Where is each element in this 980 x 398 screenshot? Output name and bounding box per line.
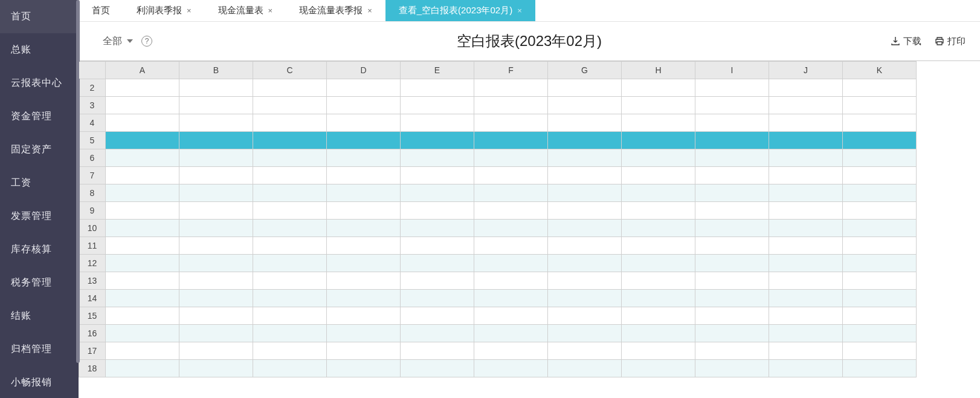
cell-A14[interactable] xyxy=(106,290,179,307)
cell-K11[interactable] xyxy=(843,237,917,255)
cell-K12[interactable] xyxy=(843,255,917,272)
cell-I4[interactable] xyxy=(695,114,769,132)
cell-I2[interactable] xyxy=(695,79,769,97)
cell-E10[interactable] xyxy=(401,220,474,237)
cell-K17[interactable] xyxy=(843,342,917,360)
cell-J11[interactable] xyxy=(769,237,843,255)
cell-C8[interactable] xyxy=(253,184,327,202)
cell-K15[interactable] xyxy=(843,307,917,325)
cell-B14[interactable] xyxy=(179,290,253,307)
tab-4[interactable]: 查看_空白报表(2023年02月)× xyxy=(385,0,535,21)
cell-K14[interactable] xyxy=(843,290,917,307)
cell-G13[interactable] xyxy=(548,272,622,290)
help-icon[interactable]: ? xyxy=(141,36,152,47)
cell-K5[interactable] xyxy=(843,132,917,149)
cell-H18[interactable] xyxy=(622,360,695,377)
cell-E7[interactable] xyxy=(401,167,474,184)
sidebar-item-4[interactable]: 固定资产 xyxy=(0,133,79,166)
column-header-K[interactable]: K xyxy=(843,62,917,79)
cell-K13[interactable] xyxy=(843,272,917,290)
cell-I16[interactable] xyxy=(695,325,769,342)
cell-J5[interactable] xyxy=(769,132,843,149)
cell-E8[interactable] xyxy=(401,184,474,202)
cell-D12[interactable] xyxy=(327,255,401,272)
cell-C10[interactable] xyxy=(253,220,327,237)
cell-E12[interactable] xyxy=(401,255,474,272)
cell-B2[interactable] xyxy=(179,79,253,97)
cell-G4[interactable] xyxy=(548,114,622,132)
cell-H2[interactable] xyxy=(622,79,695,97)
cell-I5[interactable] xyxy=(695,132,769,149)
cell-E11[interactable] xyxy=(401,237,474,255)
cell-D14[interactable] xyxy=(327,290,401,307)
cell-K8[interactable] xyxy=(843,184,917,202)
cell-I8[interactable] xyxy=(695,184,769,202)
cell-H17[interactable] xyxy=(622,342,695,360)
cell-H14[interactable] xyxy=(622,290,695,307)
cell-D9[interactable] xyxy=(327,202,401,220)
row-header-17[interactable]: 17 xyxy=(79,342,106,360)
cell-D5[interactable] xyxy=(327,132,401,149)
row-header-13[interactable]: 13 xyxy=(79,272,106,290)
cell-A15[interactable] xyxy=(106,307,179,325)
cell-H13[interactable] xyxy=(622,272,695,290)
cell-I11[interactable] xyxy=(695,237,769,255)
cell-G17[interactable] xyxy=(548,342,622,360)
close-icon[interactable]: × xyxy=(268,6,273,15)
cell-A2[interactable] xyxy=(106,79,179,97)
cell-K18[interactable] xyxy=(843,360,917,377)
cell-F5[interactable] xyxy=(474,132,548,149)
cell-C11[interactable] xyxy=(253,237,327,255)
column-header-J[interactable]: J xyxy=(769,62,843,79)
row-header-9[interactable]: 9 xyxy=(79,202,106,220)
cell-E13[interactable] xyxy=(401,272,474,290)
row-header-3[interactable]: 3 xyxy=(79,97,106,114)
sidebar-item-0[interactable]: 首页 xyxy=(0,0,79,33)
cell-A13[interactable] xyxy=(106,272,179,290)
cell-G14[interactable] xyxy=(548,290,622,307)
cell-J10[interactable] xyxy=(769,220,843,237)
cell-B15[interactable] xyxy=(179,307,253,325)
cell-A7[interactable] xyxy=(106,167,179,184)
cell-G8[interactable] xyxy=(548,184,622,202)
cell-J15[interactable] xyxy=(769,307,843,325)
row-header-6[interactable]: 6 xyxy=(79,149,106,167)
cell-C6[interactable] xyxy=(253,149,327,167)
cell-D6[interactable] xyxy=(327,149,401,167)
cell-I10[interactable] xyxy=(695,220,769,237)
cell-E3[interactable] xyxy=(401,97,474,114)
cell-I9[interactable] xyxy=(695,202,769,220)
cell-D18[interactable] xyxy=(327,360,401,377)
cell-E6[interactable] xyxy=(401,149,474,167)
close-icon[interactable]: × xyxy=(517,6,522,15)
sidebar-item-10[interactable]: 归档管理 xyxy=(0,333,79,366)
cell-F3[interactable] xyxy=(474,97,548,114)
cell-C4[interactable] xyxy=(253,114,327,132)
cell-C13[interactable] xyxy=(253,272,327,290)
spreadsheet[interactable]: ABCDEFGHIJK23456789101112131415161718 xyxy=(79,60,980,398)
cell-I18[interactable] xyxy=(695,360,769,377)
cell-G11[interactable] xyxy=(548,237,622,255)
row-header-15[interactable]: 15 xyxy=(79,307,106,325)
column-header-F[interactable]: F xyxy=(474,62,548,79)
cell-H4[interactable] xyxy=(622,114,695,132)
cell-K3[interactable] xyxy=(843,97,917,114)
cell-C15[interactable] xyxy=(253,307,327,325)
cell-A5[interactable] xyxy=(106,132,179,149)
cell-F8[interactable] xyxy=(474,184,548,202)
row-header-16[interactable]: 16 xyxy=(79,325,106,342)
cell-A17[interactable] xyxy=(106,342,179,360)
cell-H16[interactable] xyxy=(622,325,695,342)
cell-G3[interactable] xyxy=(548,97,622,114)
column-header-E[interactable]: E xyxy=(401,62,474,79)
close-icon[interactable]: × xyxy=(367,6,372,15)
cell-K9[interactable] xyxy=(843,202,917,220)
cell-D16[interactable] xyxy=(327,325,401,342)
column-header-I[interactable]: I xyxy=(695,62,769,79)
cell-F17[interactable] xyxy=(474,342,548,360)
cell-D10[interactable] xyxy=(327,220,401,237)
cell-D8[interactable] xyxy=(327,184,401,202)
cell-F12[interactable] xyxy=(474,255,548,272)
cell-J12[interactable] xyxy=(769,255,843,272)
cell-A12[interactable] xyxy=(106,255,179,272)
